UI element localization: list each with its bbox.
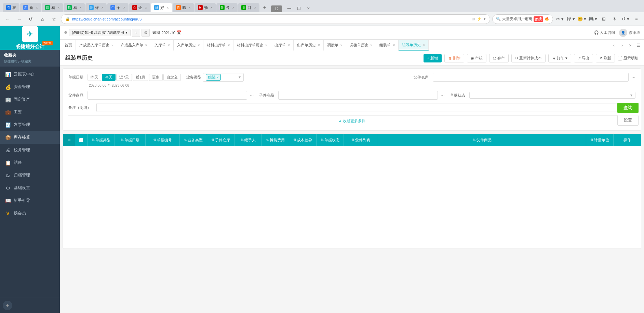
biz-type-selector[interactable]: 组装 × ▾ — [203, 73, 244, 82]
remark-input[interactable] — [96, 103, 635, 112]
th-cost-diff[interactable]: ⇅ 成本差异 — [289, 134, 317, 146]
browser-tab-8[interactable]: 好 好 × — [151, 3, 172, 12]
sidebar-item-report[interactable]: 📊 云报表中心 — [0, 68, 60, 81]
tab-home[interactable]: 首页 — [61, 40, 76, 51]
th-parent-goods[interactable]: ⇅ 父件商品 — [378, 134, 586, 146]
export-button[interactable]: ↗ 导出 — [574, 54, 593, 62]
tab-allot[interactable]: 调拨单 × — [324, 40, 346, 51]
browser-tab-11[interactable]: 各 各 × — [216, 3, 238, 12]
sidebar-item-fund[interactable]: 💰 资金管理 — [0, 81, 60, 93]
tab-assembly-history[interactable]: 组装单历史 × — [399, 40, 429, 51]
browser-tab-12[interactable]: S 目 × — [238, 3, 259, 12]
browser-tab-9[interactable]: 腾 腾 × — [173, 3, 194, 12]
tab-out-history[interactable]: 出库单历史 × — [294, 40, 324, 51]
tab-close-7[interactable]: × — [145, 6, 147, 10]
th-date[interactable]: ⇅ 单据日期 — [115, 134, 146, 146]
date-btn-custom[interactable]: 自定义 — [163, 74, 181, 81]
browser-tab-1[interactable]: 在 在 — [3, 3, 19, 12]
th-biz-type[interactable]: ⇅ 业务类型 — [180, 134, 207, 146]
th-dismantle[interactable]: ⇅ 拆装费用 — [262, 134, 289, 146]
sidebar-item-settings[interactable]: ⚙ 基础设置 — [0, 182, 60, 194]
tab-allot-history[interactable]: 调拨单历史 × — [346, 40, 376, 51]
tab-in-history-close[interactable]: × — [198, 43, 200, 47]
close-button[interactable]: × — [304, 4, 312, 12]
tab-close-10[interactable]: × — [211, 6, 213, 10]
tab-allot-history-close[interactable]: × — [371, 43, 373, 47]
forward-button[interactable]: → — [14, 14, 24, 24]
browser-tab-7[interactable]: 企 企 × — [129, 3, 150, 12]
star-button[interactable]: ☆ — [49, 14, 59, 24]
th-parent-list[interactable]: ⇅ 父件列表 — [344, 134, 378, 146]
tab-material-out-close[interactable]: × — [228, 43, 230, 47]
minimize-button[interactable]: ─ — [285, 4, 293, 12]
maximize-button[interactable]: □ — [295, 4, 303, 12]
new-tab-button[interactable]: + — [260, 3, 269, 12]
settings-icon-topbar[interactable]: ⚙ — [64, 30, 67, 35]
tab-close-12[interactable]: × — [254, 6, 256, 10]
tab-material-out-history[interactable]: 材料出库单历史 × — [233, 40, 271, 51]
tab-in-history[interactable]: 入库单历史 × — [174, 40, 204, 51]
tab-close-6[interactable]: × — [123, 6, 125, 10]
emoji-btn[interactable]: 😊 ▾ — [577, 14, 587, 24]
th-checkbox[interactable] — [75, 134, 88, 146]
sidebar-add-btn[interactable]: + — [3, 301, 12, 310]
sun-btn[interactable]: ☀ — [610, 14, 619, 24]
tab-nav-prev[interactable]: ‹ — [610, 41, 618, 49]
sidebar-item-fixed-assets[interactable]: 🏢 固定资产 — [0, 93, 60, 106]
more-btn[interactable]: ≡ — [632, 14, 641, 24]
support-link[interactable]: 🎧 人工咨询 — [594, 30, 615, 35]
tab-assembly-history-close[interactable]: × — [423, 43, 425, 47]
scissors-btn[interactable]: ✂ ▾ — [555, 14, 565, 24]
browser-tab-10[interactable]: M 畅 × — [194, 3, 216, 12]
parent-goods-input[interactable] — [88, 91, 247, 100]
tab-close-8[interactable]: × — [167, 6, 169, 10]
warehouse-dots[interactable]: ··· — [631, 74, 635, 80]
tab-in-order-close[interactable]: × — [168, 43, 170, 47]
print-button[interactable]: 🖨 打印 ▾ — [548, 54, 571, 62]
sidebar-item-guide[interactable]: 📖 新手引导 — [0, 194, 60, 207]
date-btn-1month[interactable]: 近1月 — [133, 74, 148, 81]
user-menu[interactable]: 👤 徐泽华 — [619, 29, 640, 37]
browser-tab-6[interactable]: 个 个 × — [107, 3, 129, 12]
tab-material-out-history-close[interactable]: × — [265, 43, 267, 47]
date-btn-today[interactable]: 今天 — [102, 74, 116, 81]
delete-button[interactable]: 🗑 删除 — [444, 54, 464, 62]
th-status[interactable]: ⇅ 单据状态 — [317, 134, 344, 146]
th-warehouse[interactable]: ⇅ 子件仓库 — [207, 134, 234, 146]
collapse-button[interactable]: ∧ 收起更多条件 — [335, 117, 370, 125]
sidebar-item-salary[interactable]: 💼 工资 — [0, 106, 60, 118]
biz-type-tag-remove[interactable]: × — [217, 75, 219, 79]
tab-material-out[interactable]: 材料出库单 × — [203, 40, 233, 51]
th-number[interactable]: ⇅ 单据编号 — [146, 134, 180, 146]
display-detail-checkbox[interactable]: 显示明细 — [618, 56, 639, 61]
display-detail-input[interactable] — [618, 56, 622, 60]
th-handler[interactable]: ⇅ 经手人 — [234, 134, 262, 146]
tab-production-in-history[interactable]: 产成品入库单历史 × — [76, 40, 117, 51]
tab-production-in-history-close[interactable]: × — [111, 43, 113, 47]
settings-filter-button[interactable]: 设置 — [617, 115, 639, 126]
company-selector[interactable]: (勿删勿禁用) 江西服宝测试专用 ▾ — [69, 29, 131, 36]
bookmark-shortcut[interactable]: 快捷键打开收藏夹 — [4, 59, 56, 64]
tab-out-order-close[interactable]: × — [288, 43, 290, 47]
add-button[interactable]: + 新增 — [424, 54, 442, 62]
tab-production-in[interactable]: 产成品入库单 × — [117, 40, 151, 51]
company-settings-btn[interactable]: ⚙ — [142, 29, 150, 37]
game-btn[interactable]: 🎮 ▾ — [588, 14, 598, 24]
child-goods-dots[interactable]: ··· — [441, 93, 445, 98]
bookmark-icon[interactable]: ⚡ — [477, 17, 482, 21]
browser-tab-5[interactable]: 好 好 × — [85, 3, 107, 12]
tab-assembly[interactable]: 组装单 × — [376, 40, 399, 51]
parent-goods-dots[interactable]: ··· — [250, 93, 254, 98]
tab-out-order[interactable]: 出库单 × — [271, 40, 294, 51]
tab-production-in-close[interactable]: × — [145, 43, 147, 47]
refresh-button[interactable]: ↺ 刷新 — [596, 54, 615, 62]
add-company-btn[interactable]: + — [132, 29, 140, 37]
sidebar-item-archive[interactable]: 🗂 归档管理 — [0, 169, 60, 182]
status-selector[interactable]: ▾ — [469, 92, 635, 99]
reload-button[interactable]: ↺ — [26, 14, 36, 24]
tab-out-history-close[interactable]: × — [318, 43, 320, 47]
sidebar-item-invoice[interactable]: 🧾 发票管理 — [0, 118, 60, 131]
tab-close-5[interactable]: × — [102, 6, 104, 10]
select-all-checkbox[interactable] — [79, 138, 83, 142]
search-box[interactable]: 🔍 大量安卓用户逃离 热搜 🔥 — [492, 14, 553, 24]
